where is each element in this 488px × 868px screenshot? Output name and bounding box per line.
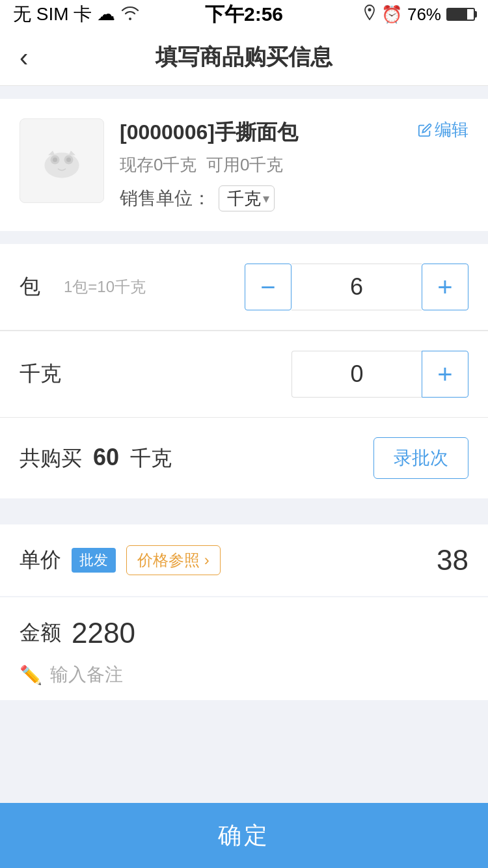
unit-select[interactable]: 千克 [219,185,275,211]
bag-qty-input[interactable] [291,264,422,310]
kg-qty-input[interactable] [291,351,422,398]
amount-row: 金额 2280 [20,617,468,649]
bag-qty-row: 包 1包=10千克 − + [0,244,488,331]
total-amount: 60 [93,444,119,470]
product-image [20,118,104,203]
status-bar: 无 SIM 卡 ☁ 下午2:56 ⏰ 76% [0,0,488,29]
price-value: 38 [437,544,468,576]
location-icon [363,5,376,25]
status-time: 下午2:56 [205,1,283,28]
product-stock: 现存0千克 可用0千克 [120,154,468,176]
edit-button[interactable]: 编辑 [418,118,468,141]
kg-label: 千克 [20,360,61,388]
amount-label: 金额 [20,619,61,647]
unit-select-wrap[interactable]: 千克 [219,185,275,211]
status-left: 无 SIM 卡 ☁ [13,2,140,27]
price-left: 单价 批发 价格参照 › [20,545,221,575]
amount-section: 金额 2280 ✏️ 输入备注 [0,597,488,700]
record-batch-button[interactable]: 录批次 [373,437,468,479]
divider-2 [0,498,488,511]
kg-qty-controls: + [291,351,468,398]
total-row: 共购买 60 千克 录批次 [0,418,488,498]
kg-qty-row: 千克 + [0,331,488,418]
bag-qty-controls: − + [245,264,468,310]
unit-label: 销售单位： [120,186,211,211]
edit-label: 编辑 [435,118,468,141]
page-title: 填写商品购买信息 [156,42,332,72]
price-label: 单价 [20,546,61,575]
svg-point-1 [44,152,79,178]
pencil-icon: ✏️ [20,664,42,686]
amount-value: 2280 [72,617,135,649]
sim-label: 无 SIM 卡 ☁ [13,2,115,27]
alarm-icon: ⏰ [381,5,402,25]
product-unit-row: 销售单位： 千克 [120,185,468,211]
note-row[interactable]: ✏️ 输入备注 [20,662,468,687]
back-button[interactable]: ‹ [20,44,28,70]
product-info: [0000006]手撕面包 编辑 现存0千克 可用0千克 销售单位： 千克 [120,118,468,211]
product-card: [0000006]手撕面包 编辑 现存0千克 可用0千克 销售单位： 千克 [0,99,488,231]
svg-point-5 [66,157,71,162]
price-type-tag: 批发 [72,548,116,573]
bag-label: 包 [20,273,59,301]
note-placeholder: 输入备注 [50,662,123,687]
confirm-button[interactable]: 确定 [0,803,488,868]
product-name: [0000006]手撕面包 [120,118,298,147]
bag-minus-button[interactable]: − [245,264,291,310]
price-section: 单价 批发 价格参照 › 38 [0,524,488,596]
svg-point-4 [53,157,57,162]
wifi-icon [120,4,140,25]
bottom-space [0,700,488,778]
bag-plus-button[interactable]: + [422,264,468,310]
total-label: 共购买 60 千克 [20,444,172,473]
price-row: 单价 批发 价格参照 › 38 [20,544,468,576]
nav-bar: ‹ 填写商品购买信息 [0,29,488,86]
battery-percent: 76% [407,5,441,25]
svg-point-0 [368,8,371,11]
battery-icon [446,8,475,21]
price-ref-button[interactable]: 价格参照 › [126,545,221,575]
status-right: ⏰ 76% [363,5,475,25]
divider-1 [0,231,488,244]
bag-sublabel: 1包=10千克 [64,277,245,297]
kg-plus-button[interactable]: + [422,351,468,398]
